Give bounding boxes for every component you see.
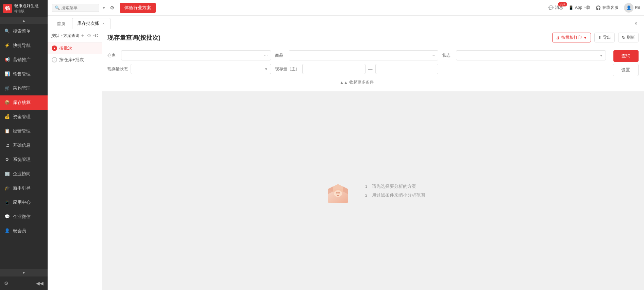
warehouse-label: 仓库 xyxy=(107,53,118,58)
inventory-qty-to[interactable] xyxy=(375,64,439,74)
sidebar-scroll-down[interactable]: ▼ xyxy=(0,269,48,276)
trial-button[interactable]: 体验行业方案 xyxy=(120,3,156,13)
app-logo: 畅 xyxy=(3,4,12,13)
inventory-qty-label: 现存量（主） xyxy=(275,66,300,72)
sidebar-item-wechat[interactable]: 💬 企业微信 xyxy=(0,210,48,224)
tab-inventory-batch-label: 库存批次账 xyxy=(77,20,99,26)
sidebar-item-label: 库存核算 xyxy=(13,99,31,106)
sidebar-item-label: 畅会员 xyxy=(13,228,26,234)
content-area: 按以下方案查询 ＋ ⊙ ≪ ● 按批次 ○ 按仓库+批次 现存量查询(按批次) xyxy=(48,29,644,290)
add-scheme-icon[interactable]: ＋ xyxy=(80,33,85,39)
sidebar-item-marketing[interactable]: 📢 营销推广 xyxy=(0,53,48,67)
page-title: 现存量查询(按批次) xyxy=(107,34,160,42)
app-title-area: 畅康通好生意 标准版 xyxy=(14,3,39,14)
sidebar-item-label: 经营管理 xyxy=(13,128,31,134)
inventory-qty-from[interactable] xyxy=(302,64,366,74)
messages-badge: 99+ xyxy=(558,2,567,6)
sales-icon: 📊 xyxy=(4,71,10,77)
print-template-button[interactable]: 🖨 按模板打印 ▼ xyxy=(552,33,591,42)
inventory-status-select[interactable]: ▼ xyxy=(131,64,271,74)
warehouse-more-icon[interactable]: ··· xyxy=(264,53,268,58)
sidebar-item-purchase[interactable]: 🛒 采购管理 xyxy=(0,81,48,95)
sidebar-item-base[interactable]: 🗂 基础信息 xyxy=(0,138,48,152)
scheme-label: 按仓库+批次 xyxy=(59,57,84,63)
tip-num-2: 2 xyxy=(363,192,369,198)
tabs-bar: 首页 库存批次账 × × xyxy=(48,16,644,29)
scheme-settings-icon[interactable]: ⊙ xyxy=(87,33,91,39)
sidebar-bottom: ⚙ ◀◀ xyxy=(0,276,48,290)
settings-icon[interactable]: ⚙ xyxy=(3,279,10,287)
topbar-search-input[interactable] xyxy=(61,5,95,10)
page-header: 现存量查询(按批次) 🖨 按模板打印 ▼ ⬆ 导出 ↻ 刷新 xyxy=(102,29,644,46)
sidebar-item-search[interactable]: 🔍 搜索菜单 xyxy=(0,24,48,38)
user-area[interactable]: 👤 Rit xyxy=(624,3,640,13)
refresh-label: 刷新 xyxy=(627,35,635,40)
export-button[interactable]: ⬆ 导出 xyxy=(594,33,615,42)
warehouse-input[interactable]: ··· xyxy=(121,50,271,60)
sidebar-item-label: 搜索菜单 xyxy=(13,28,31,34)
filter-area: 仓库 ··· 商品 ··· xyxy=(102,46,644,92)
empty-state: 1 请先选择要分析的方案 2 用过滤条件来缩小分析范围 xyxy=(102,92,644,290)
goods-input[interactable]: ··· xyxy=(289,50,439,60)
sidebar-item-inventory[interactable]: 📦 库存核算 xyxy=(0,95,48,110)
sidebar-item-enterprise[interactable]: 🏢 企业协同 xyxy=(0,167,48,181)
goods-more-icon[interactable]: ··· xyxy=(431,53,436,58)
inventory-status-label: 现存量状态 xyxy=(107,66,128,72)
sidebar-item-apps[interactable]: 📱 应用中心 xyxy=(0,195,48,210)
empty-tips: 1 请先选择要分析的方案 2 用过滤条件来缩小分析范围 xyxy=(363,183,425,198)
main-area: 🔍 ▼ ⚙ 体验行业方案 💬 消息 99+ 📱 App下载 🎧 在线客服 👤 R xyxy=(48,0,644,290)
inventory-icon: 📦 xyxy=(4,99,10,106)
scheme-item-by-warehouse-batch[interactable]: ○ 按仓库+批次 xyxy=(48,54,102,66)
search-icon: 🔍 xyxy=(4,28,10,34)
online-service-button[interactable]: 🎧 在线客服 xyxy=(596,5,618,11)
wechat-icon: 💬 xyxy=(4,214,10,220)
sidebar-item-operations[interactable]: 📋 经营管理 xyxy=(0,124,48,138)
svg-point-5 xyxy=(336,192,338,194)
collapse-sidebar-icon[interactable]: ◀◀ xyxy=(35,279,45,287)
tab-close-icon[interactable]: × xyxy=(101,21,105,26)
left-panel-header-icons: ＋ ⊙ ≪ xyxy=(80,33,98,39)
empty-tip-2: 2 用过滤条件来缩小分析范围 xyxy=(363,192,425,198)
filter-inventory-qty: 现存量（主） — xyxy=(275,64,439,74)
sidebar-item-label: 企业微信 xyxy=(13,214,31,220)
sidebar-item-finance[interactable]: 💰 资金管理 xyxy=(0,110,48,124)
topbar-search-box[interactable]: 🔍 xyxy=(52,4,99,12)
apps-icon: 📱 xyxy=(4,199,10,205)
sidebar-header: 畅 畅康通好生意 标准版 xyxy=(0,0,48,17)
sidebar-item-label: 系统管理 xyxy=(13,157,31,163)
sidebar-item-member[interactable]: 👤 畅会员 xyxy=(0,224,48,238)
message-icon: 💬 xyxy=(548,5,554,10)
topbar: 🔍 ▼ ⚙ 体验行业方案 💬 消息 99+ 📱 App下载 🎧 在线客服 👤 R xyxy=(48,0,644,16)
empty-state-content: 1 请先选择要分析的方案 2 用过滤条件来缩小分析范围 xyxy=(321,174,425,208)
sidebar-item-label: 采购管理 xyxy=(13,85,31,91)
scheme-item-by-batch[interactable]: ● 按批次 xyxy=(48,42,102,54)
status-select[interactable]: ▼ xyxy=(456,50,606,60)
topbar-gear-icon[interactable]: ⚙ xyxy=(108,3,116,12)
filter-status: 状态 ▼ xyxy=(442,50,606,60)
goods-label: 商品 xyxy=(275,53,286,58)
empty-tip-1: 1 请先选择要分析的方案 xyxy=(363,183,425,189)
collapse-button[interactable]: ▲▲ 收起更多条件 xyxy=(107,77,606,87)
print-label: 按模板打印 xyxy=(561,35,582,40)
svg-point-6 xyxy=(338,192,340,194)
topbar-search-icon: 🔍 xyxy=(55,5,60,10)
sidebar-nav: 🔍 搜索菜单 ⚡ 快捷导航 📢 营销推广 📊 销售管理 🛒 采购管理 📦 库存核… xyxy=(0,24,48,269)
app-download-button[interactable]: 📱 App下载 xyxy=(569,5,590,11)
query-button[interactable]: 查询 xyxy=(613,50,639,62)
sidebar-item-sales[interactable]: 📊 销售管理 xyxy=(0,67,48,81)
sidebar-item-shortcuts[interactable]: ⚡ 快捷导航 xyxy=(0,38,48,53)
refresh-button[interactable]: ↻ 刷新 xyxy=(618,33,639,42)
settings-button[interactable]: 设置 xyxy=(613,64,639,76)
tab-inventory-batch[interactable]: 库存批次账 × xyxy=(72,18,111,29)
close-all-tabs-button[interactable]: × xyxy=(632,19,640,28)
online-service-label: 在线客服 xyxy=(602,5,618,11)
tab-home[interactable]: 首页 xyxy=(52,18,71,29)
collapse-left-icon[interactable]: ≪ xyxy=(93,33,98,39)
operations-icon: 📋 xyxy=(4,128,10,134)
topbar-chevron-icon[interactable]: ▼ xyxy=(102,6,106,10)
sidebar-scroll-up[interactable]: ▲ xyxy=(0,17,48,24)
messages-button[interactable]: 💬 消息 99+ xyxy=(548,5,563,11)
svg-point-4 xyxy=(334,190,342,197)
sidebar-item-guide[interactable]: 🎓 新手引导 xyxy=(0,181,48,195)
sidebar-item-system[interactable]: ⚙ 系统管理 xyxy=(0,152,48,167)
